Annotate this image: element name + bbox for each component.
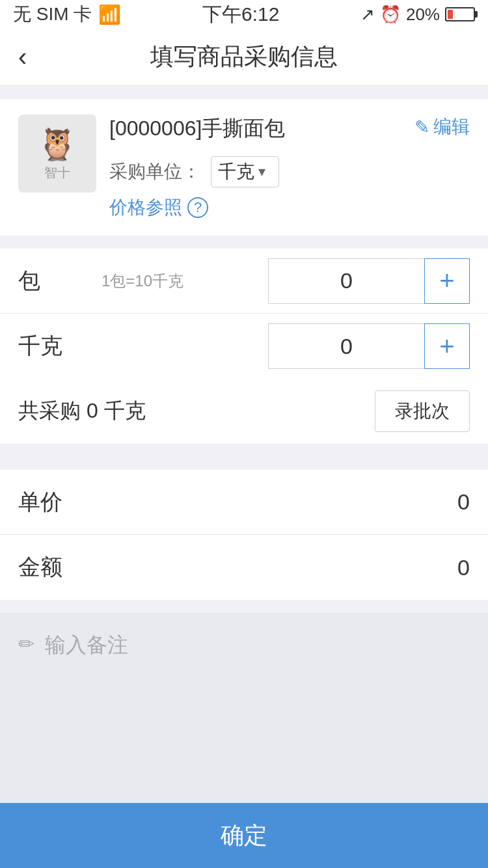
price-section: 单价 0 金额 0 [0, 470, 488, 600]
section-divider-1 [0, 236, 488, 249]
status-left: 无 SIM 卡 📶 [13, 2, 121, 27]
product-owl-icon: 🦉 [38, 126, 77, 163]
notes-section[interactable]: ✏ 输入备注 [0, 613, 488, 834]
bag-sublabel: 1包=10千克 [102, 271, 183, 292]
nav-title: 填写商品采购信息 [150, 41, 338, 73]
edit-label: 编辑 [433, 115, 470, 139]
unit-price-label: 单价 [18, 487, 62, 517]
kg-input-row: 千克 + [0, 314, 488, 379]
kg-number-input[interactable] [268, 323, 424, 369]
battery-icon [445, 7, 475, 21]
price-ref-label: 价格参照 [109, 195, 182, 220]
bag-input-row: 包 1包=10千克 + [0, 249, 488, 314]
edit-icon: ✎ [414, 116, 429, 138]
sim-label: 无 SIM 卡 [13, 2, 92, 27]
amount-row: 金额 0 [0, 535, 488, 600]
input-section: 包 1包=10千克 + 千克 + [0, 249, 488, 379]
nav-bar: ‹ 填写商品采购信息 [0, 29, 488, 86]
question-icon: ? [187, 197, 208, 218]
chevron-down-icon: ▾ [258, 163, 265, 180]
wifi-icon: 📶 [98, 4, 121, 25]
unit-price-value: 0 [457, 489, 470, 515]
pencil-icon: ✏ [18, 632, 34, 655]
unit-value: 千克 [218, 159, 254, 184]
section-divider-2 [0, 444, 488, 457]
back-button[interactable]: ‹ [18, 42, 27, 72]
bag-label: 包 [18, 266, 96, 296]
location-icon: ↗ [360, 5, 375, 25]
unit-select[interactable]: 千克 ▾ [211, 156, 279, 187]
product-card: 🦉 智十 [0000006]手撕面包 采购单位： 千克 ▾ 价格参照 ? ✎ 编… [0, 99, 488, 236]
summary-row: 共采购 0 千克 录批次 [0, 379, 488, 444]
status-right: ↗ ⏰ 20% [360, 5, 475, 25]
battery-percent: 20% [406, 5, 440, 25]
bag-input-right: + [268, 258, 470, 304]
batch-button[interactable]: 录批次 [375, 390, 470, 432]
notes-placeholder: 输入备注 [45, 631, 128, 660]
summary-text: 共采购 0 千克 [18, 397, 146, 426]
kg-label: 千克 [18, 331, 96, 361]
edit-button[interactable]: ✎ 编辑 [414, 115, 470, 139]
status-bar: 无 SIM 卡 📶 下午6:12 ↗ ⏰ 20% [0, 0, 488, 29]
amount-value: 0 [457, 555, 470, 580]
kg-plus-button[interactable]: + [424, 323, 470, 369]
confirm-label: 确定 [221, 820, 267, 852]
status-time: 下午6:12 [202, 1, 279, 28]
amount-label: 金额 [18, 552, 62, 582]
product-image: 🦉 智十 [18, 115, 96, 193]
unit-price-row: 单价 0 [0, 470, 488, 535]
product-image-text: 智十 [44, 164, 70, 182]
bag-number-input[interactable] [268, 258, 424, 304]
bag-plus-button[interactable]: + [424, 258, 470, 304]
alarm-icon: ⏰ [380, 5, 401, 25]
product-unit-row: 采购单位： 千克 ▾ [109, 156, 470, 187]
confirm-button[interactable]: 确定 [0, 803, 488, 868]
kg-input-right: + [268, 323, 470, 369]
unit-label: 采购单位： [109, 159, 200, 184]
price-ref[interactable]: 价格参照 ? [109, 195, 470, 220]
kg-plus-icon: + [439, 332, 454, 361]
bag-plus-icon: + [439, 266, 454, 295]
